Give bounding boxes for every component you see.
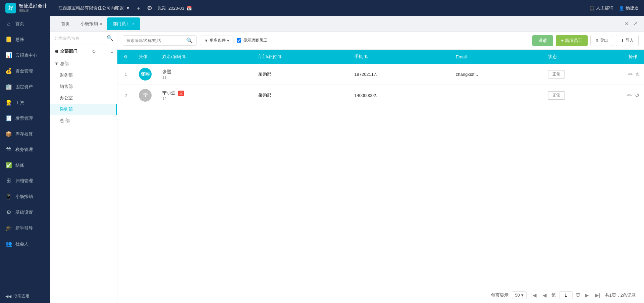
col-settings[interactable]: ⚙ [117,50,134,64]
dept-group-label: 总部 [60,61,69,66]
sidebar-item-funds[interactable]: 💰 资金管理 [0,63,50,79]
main-layout: ⌂ 首页 📒 总账 📊 云报表中心 💰 资金管理 🏢 固定资产 👷 工资 🧾 发… [0,16,644,303]
home-icon: ⌂ [5,21,12,27]
show-resigned-checkbox[interactable] [237,38,241,43]
sidebar-item-invoice[interactable]: 🧾 发票管理 [0,110,50,126]
next-page-button[interactable]: ▶ [584,292,590,299]
sidebar-item-guide[interactable]: 🎓 新手引导 [0,220,50,236]
dept-item-office[interactable]: 办公室 [50,92,117,104]
dept-item-purchase[interactable]: 采购部 [50,104,117,115]
sidebar-item-archive[interactable]: 🗄 归档管理 [0,173,50,189]
grid-icon: ⊞ [54,49,58,54]
employee-name-2: 宁小壹 应 [162,90,249,96]
row-namecard-2: 宁小壹 应 12 [158,85,254,106]
logout-button-1[interactable]: ⎋ [636,71,639,78]
employee-code-2: 12 [162,97,249,101]
header-center: ＋ ⚙ 账期 2023-03 📅 [136,4,192,12]
salary-icon: 👷 [5,99,12,106]
dept-item-sales[interactable]: 销售部 [50,81,117,92]
import-button[interactable]: ⬇ 导入 [616,35,639,46]
toolbar-right: 邀请 + 新增员工 ⬆ 导出 ⬇ 导入 [532,35,639,46]
tab-home[interactable]: 首页 [56,17,75,30]
sidebar-label-salary: 工资 [15,100,24,106]
row-email-2 [451,85,543,106]
per-page-select[interactable]: 50 ▾ [512,291,526,299]
tab-employees[interactable]: 部门员工 × [107,17,140,30]
col-status: 状态 [543,50,604,64]
service-area[interactable]: 🎧 人工咨询 [589,5,613,11]
dept-search-icon[interactable]: 🔍 [107,35,113,41]
invoice-icon: 🧾 [5,115,12,121]
employee-name-1: 张熙 [162,69,249,75]
status-badge-1: 正常 [548,70,565,79]
all-dept-item[interactable]: ⊞ 全部部门 ↻ « [50,45,117,58]
settings-button[interactable]: ⚙ [147,4,152,12]
collapse-dept-button[interactable]: « [110,49,113,54]
employee-table: ⚙ 头像 姓名/编码 ⇅ 部门/职位 ⇅ [117,50,644,287]
sidebar-label-checkout: 结账 [15,162,24,168]
dept-item-finance[interactable]: 财务部 [50,69,117,81]
sidebar-item-social[interactable]: 👥 社会人 [0,236,50,252]
row-phone-1: 187202117... [350,64,451,85]
page-number-input[interactable] [559,291,573,299]
dept-search-input[interactable] [54,36,105,41]
expand-window-button[interactable]: ⤢ [632,19,639,28]
close-window-button[interactable]: ✕ [623,19,630,28]
pin-toggle[interactable]: ◀◀ 取消固定 [0,289,50,303]
inventory-icon: 📦 [5,131,12,137]
edit-button-1[interactable]: ✏ [628,71,633,78]
tab-employees-close[interactable]: × [132,22,134,26]
app-title: 畅捷通好会计 [19,3,47,9]
sidebar-item-checkout[interactable]: ✅ 结账 [0,157,50,173]
filter-icon: ▼ [204,38,208,43]
sidebar-item-home[interactable]: ⌂ 首页 [0,16,50,32]
import-label: 导入 [626,38,634,43]
edit-button-2[interactable]: ✏ [627,92,632,99]
sidebar-item-ledger[interactable]: 📒 总账 [0,32,50,47]
sidebar-item-tax[interactable]: 🏛 税务管理 [0,142,50,157]
employee-search-input[interactable] [126,38,184,43]
sidebar-item-expense[interactable]: 📱 小畅报销 [0,189,50,204]
sidebar-item-inventory[interactable]: 📦 库存核算 [0,126,50,142]
more-filter-button[interactable]: ▼ 更多条件 ▾ [200,36,233,45]
col-phone[interactable]: 手机 ⇅ [350,50,451,64]
company-selector[interactable]: 江西服宝精品有限责任公司内账张 ▼ [58,5,130,11]
pagination-bar: 每页显示 50 ▾ |◀ ◀ 第 页 ▶ ▶| 共1页，2条记录 [117,287,644,303]
sidebar-item-assets[interactable]: 🏢 固定资产 [0,79,50,95]
prev-page-button[interactable]: ◀ [541,292,548,299]
invite-label: 邀请 [538,38,547,43]
refresh-dept-button[interactable]: ↻ [92,49,96,54]
export-button[interactable]: ⬆ 导出 [590,35,613,46]
sidebar-item-settings[interactable]: ⚙ 基础设置 [0,204,50,220]
dept-panel: 🔍 ⊞ 全部部门 ↻ « ▼ 总部 财务部 [50,32,117,303]
col-name[interactable]: 姓名/编码 ⇅ [158,50,254,64]
dept-group-headquarters[interactable]: ▼ 总部 [50,58,117,69]
top-header: 好 畅捷通好会计 旗舰版 江西服宝精品有限责任公司内账张 ▼ ＋ ⚙ 账期 20… [0,0,644,16]
employee-code-1: 11 [162,75,249,80]
add-employee-button[interactable]: + 新增员工 [556,35,588,46]
col-dept[interactable]: 部门/职位 ⇅ [254,50,350,64]
user-area[interactable]: 👤 畅捷通 [619,5,639,11]
calendar-icon[interactable]: 📅 [186,6,192,11]
col-avatar: 头像 [134,50,158,64]
search-icon[interactable]: 🔍 [186,37,193,44]
invite-button[interactable]: 邀请 [532,35,553,46]
dept-finance-label: 财务部 [60,72,73,78]
dept-search-area: 🔍 [50,32,117,45]
dept-item-hq[interactable]: 总 部 [50,115,117,127]
sidebar-item-reports[interactable]: 📊 云报表中心 [0,47,50,63]
last-page-button[interactable]: ▶| [594,292,602,299]
guide-icon: 🎓 [5,225,12,231]
add-button[interactable]: ＋ [136,4,142,12]
tab-expense[interactable]: 小畅报销 × [75,17,107,30]
service-label: 人工咨询 [596,5,613,11]
delete-button-2[interactable]: ↺ [635,92,639,99]
sidebar-label-settings: 基础设置 [15,209,33,215]
logo-icon: 好 [5,3,16,13]
sidebar-label-social: 社会人 [15,241,29,247]
sidebar-item-salary[interactable]: 👷 工资 [0,95,50,110]
first-page-button[interactable]: |◀ [530,292,538,299]
employee-tag: 应 [178,91,184,96]
total-records: 共1页，2条记录 [605,292,636,298]
tab-expense-close[interactable]: × [100,22,102,26]
